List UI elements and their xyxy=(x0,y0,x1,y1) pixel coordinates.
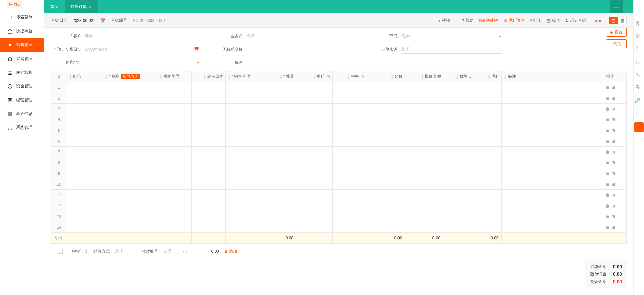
table-cell[interactable] xyxy=(103,114,157,125)
table-cell[interactable] xyxy=(332,82,367,93)
delete-icon[interactable]: 🗑 xyxy=(606,182,610,187)
rail-欠-icon[interactable]: 欠 xyxy=(634,71,641,78)
table-cell[interactable] xyxy=(226,190,260,200)
table-cell[interactable] xyxy=(367,222,405,233)
amount-col[interactable]: ▲▼金额 xyxy=(367,71,405,82)
table-cell[interactable] xyxy=(405,168,443,179)
table-cell[interactable] xyxy=(405,200,443,211)
table-cell[interactable] xyxy=(67,114,103,125)
table-row[interactable]: 4🗑⊞ xyxy=(51,114,627,125)
table-cell[interactable] xyxy=(473,93,501,104)
more-icon[interactable]: ⋯ xyxy=(195,60,199,65)
remark-col[interactable]: ▲▼备注 xyxy=(501,71,594,82)
table-cell[interactable] xyxy=(103,157,157,168)
table-cell[interactable] xyxy=(501,114,594,125)
table-cell[interactable] xyxy=(501,157,594,168)
table-cell[interactable] xyxy=(67,157,103,168)
table-cell[interactable] xyxy=(405,157,443,168)
discount-col[interactable]: ▲▼优惠... xyxy=(443,71,473,82)
table-cell[interactable] xyxy=(443,147,473,157)
table-cell[interactable] xyxy=(501,222,594,233)
video-button[interactable]: ▷视频 xyxy=(438,17,450,23)
table-cell[interactable] xyxy=(501,82,594,93)
delete-icon[interactable]: 🗑 xyxy=(606,139,610,144)
table-cell[interactable] xyxy=(296,125,333,136)
table-cell[interactable] xyxy=(501,104,594,114)
rail-券-icon[interactable]: 券 xyxy=(634,84,641,91)
calendar-icon[interactable]: 📅 xyxy=(194,47,199,52)
table-row[interactable]: 8🗑⊞ xyxy=(51,157,627,168)
table-row[interactable]: 3🗑⊞ xyxy=(51,104,627,114)
table-cell[interactable] xyxy=(405,222,443,233)
table-cell[interactable] xyxy=(260,157,296,168)
table-cell[interactable] xyxy=(260,104,296,114)
table-cell[interactable] xyxy=(191,190,226,200)
gear-col[interactable]: ⚙ xyxy=(51,71,67,82)
profit-button[interactable]: ◎毛利预估 xyxy=(503,17,524,23)
table-cell[interactable] xyxy=(296,168,333,179)
deposit-checkbox[interactable] xyxy=(58,249,63,254)
sidebar-item-operation[interactable]: 经营管理 xyxy=(0,93,44,107)
table-cell[interactable] xyxy=(260,125,296,136)
table-cell[interactable] xyxy=(191,147,226,157)
help-button[interactable]: ?帮助 xyxy=(462,17,473,23)
table-cell[interactable] xyxy=(332,157,367,168)
table-cell[interactable] xyxy=(443,114,473,125)
table-cell[interactable] xyxy=(332,147,367,157)
table-row[interactable]: 10🗑⊞ xyxy=(51,179,627,190)
calendar-icon[interactable]: 📅 xyxy=(101,18,106,23)
sidebar-item-funds[interactable]: 资金管理 xyxy=(0,79,44,93)
shortcut-button[interactable]: ⌨快捷键 xyxy=(479,17,498,23)
chevron-down-icon[interactable]: ⌄ xyxy=(498,47,502,52)
table-cell[interactable] xyxy=(191,222,226,233)
rail-link-icon[interactable]: 🔗 xyxy=(634,97,641,104)
table-cell[interactable] xyxy=(103,211,157,222)
table-cell[interactable] xyxy=(67,190,103,200)
history-button[interactable]: ↻历史单据 xyxy=(565,17,586,23)
price-col[interactable]: ▲▼单价✎ xyxy=(296,71,333,82)
table-cell[interactable] xyxy=(157,82,191,93)
spec-col[interactable]: ▲▼规格型号 xyxy=(157,71,191,82)
tab-销售订单[interactable]: 销售订单× xyxy=(65,0,98,13)
edit-icon[interactable]: ✎ xyxy=(327,74,330,79)
table-cell[interactable] xyxy=(103,147,157,157)
table-cell[interactable] xyxy=(332,93,367,104)
table-cell[interactable] xyxy=(501,136,594,147)
table-cell[interactable] xyxy=(103,168,157,179)
table-cell[interactable] xyxy=(260,136,296,147)
sidebar-item-search[interactable]: 搜索菜单 xyxy=(0,10,44,24)
table-cell[interactable] xyxy=(443,200,473,211)
table-cell[interactable] xyxy=(405,93,443,104)
table-cell[interactable] xyxy=(67,93,103,104)
table-cell[interactable] xyxy=(260,179,296,190)
rail-客-icon[interactable]: 客 xyxy=(634,20,641,27)
table-cell[interactable] xyxy=(67,136,103,147)
table-cell[interactable] xyxy=(367,136,405,147)
table-cell[interactable] xyxy=(157,93,191,104)
table-cell[interactable] xyxy=(103,222,157,233)
table-cell[interactable] xyxy=(332,179,367,190)
table-cell[interactable] xyxy=(226,93,260,104)
prev-button[interactable]: ◀ xyxy=(594,18,597,23)
table-cell[interactable] xyxy=(191,114,226,125)
table-cell[interactable] xyxy=(191,93,226,104)
source-select[interactable]: 选择...⌄ xyxy=(401,45,502,54)
table-cell[interactable] xyxy=(473,222,501,233)
table-cell[interactable] xyxy=(260,82,296,93)
table-cell[interactable] xyxy=(332,104,367,114)
table-cell[interactable] xyxy=(443,211,473,222)
table-cell[interactable] xyxy=(157,168,191,179)
table-cell[interactable] xyxy=(260,222,296,233)
address-input[interactable]: ⋯ xyxy=(85,59,199,66)
table-cell[interactable] xyxy=(157,147,191,157)
table-cell[interactable] xyxy=(296,190,333,200)
table-cell[interactable] xyxy=(367,157,405,168)
table-cell[interactable] xyxy=(473,125,501,136)
table-cell[interactable] xyxy=(296,211,333,222)
table-cell[interactable] xyxy=(367,211,405,222)
table-cell[interactable] xyxy=(473,157,501,168)
table-cell[interactable] xyxy=(501,168,594,179)
table-cell[interactable] xyxy=(226,125,260,136)
table-cell[interactable] xyxy=(367,104,405,114)
table-cell[interactable] xyxy=(367,114,405,125)
